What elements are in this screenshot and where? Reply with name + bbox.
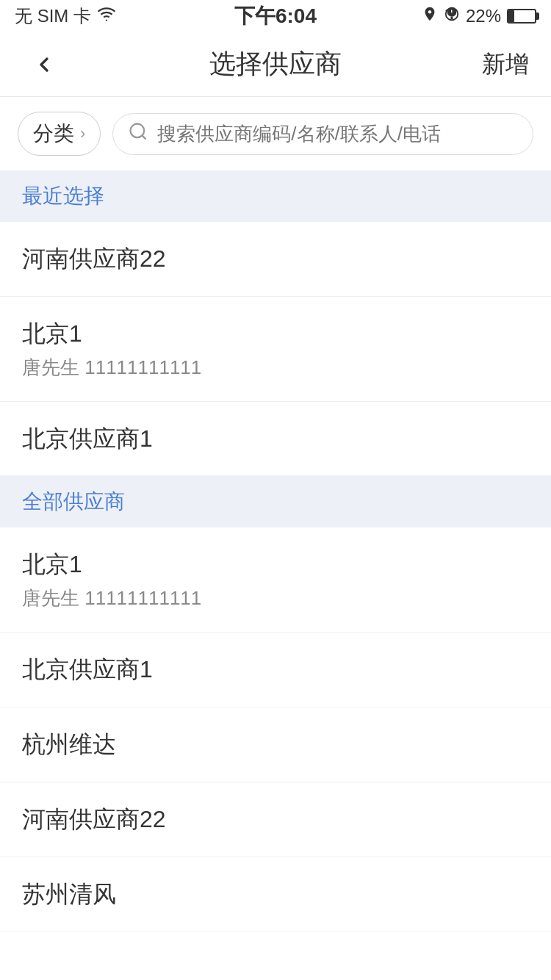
back-button[interactable] bbox=[22, 43, 66, 87]
item-name: 河南供应商22 bbox=[22, 242, 529, 275]
all-list-item[interactable]: 河南供应商22 bbox=[0, 782, 551, 857]
all-section-header: 全部供应商 bbox=[0, 476, 551, 527]
chevron-right-icon: › bbox=[80, 124, 85, 143]
recent-list-item[interactable]: 北京供应商1 bbox=[0, 402, 551, 477]
status-time: 下午6:04 bbox=[234, 2, 317, 30]
category-label: 分类 bbox=[33, 120, 74, 148]
all-list-item[interactable]: 北京1唐先生 11111111111 bbox=[0, 527, 551, 633]
svg-line-2 bbox=[143, 135, 146, 139]
wifi-icon bbox=[97, 4, 116, 28]
all-list-item[interactable]: 北京供应商1 bbox=[0, 633, 551, 707]
svg-point-0 bbox=[106, 20, 107, 21]
page-title: 选择供应商 bbox=[209, 46, 342, 82]
all-list-item[interactable]: 杭州维达 bbox=[0, 707, 551, 782]
item-sub: 唐先生 11111111111 bbox=[22, 586, 529, 611]
all-list-item[interactable]: 苏州清风 bbox=[0, 857, 551, 932]
recent-list-item[interactable]: 河南供应商22 bbox=[0, 222, 551, 297]
item-name: 杭州维达 bbox=[22, 728, 529, 761]
item-name: 北京供应商1 bbox=[22, 653, 529, 686]
item-name: 北京供应商1 bbox=[22, 422, 529, 455]
add-button[interactable]: 新增 bbox=[482, 48, 529, 81]
recent-section-label: 最近选择 bbox=[22, 184, 104, 207]
status-bar: 无 SIM 卡 下午6:04 22% bbox=[0, 0, 551, 32]
battery-icon bbox=[507, 9, 536, 24]
nav-bar: 选择供应商 新增 bbox=[0, 32, 551, 97]
svg-point-1 bbox=[131, 123, 145, 137]
search-box[interactable] bbox=[112, 113, 533, 155]
recent-items-list: 河南供应商22北京1唐先生 11111111111北京供应商1 bbox=[0, 222, 551, 476]
recent-list-item[interactable]: 北京1唐先生 11111111111 bbox=[0, 297, 551, 402]
item-name: 北京1 bbox=[22, 548, 529, 581]
status-left: 无 SIM 卡 bbox=[15, 4, 116, 28]
item-sub: 唐先生 11111111111 bbox=[22, 355, 529, 381]
search-icon bbox=[128, 121, 148, 147]
category-button[interactable]: 分类 › bbox=[18, 112, 101, 156]
recent-section-header: 最近选择 bbox=[0, 170, 551, 222]
search-input[interactable] bbox=[157, 123, 518, 145]
item-name: 苏州清风 bbox=[22, 878, 529, 911]
item-name: 北京1 bbox=[22, 317, 529, 350]
all-section-label: 全部供应商 bbox=[22, 490, 125, 513]
alarm-icon bbox=[444, 6, 460, 26]
all-items-list: 北京1唐先生 11111111111北京供应商1杭州维达河南供应商22苏州清风 bbox=[0, 527, 551, 932]
item-name: 河南供应商22 bbox=[22, 803, 529, 836]
carrier-text: 无 SIM 卡 bbox=[15, 4, 91, 28]
location-icon bbox=[422, 6, 438, 26]
filter-bar: 分类 › bbox=[0, 97, 551, 170]
battery-text: 22% bbox=[466, 6, 501, 26]
status-right: 22% bbox=[422, 6, 536, 26]
